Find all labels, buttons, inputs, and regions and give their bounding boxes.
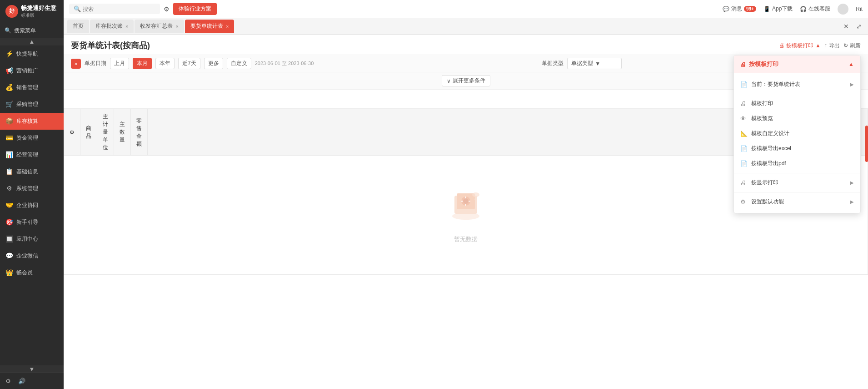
settings-footer-btn[interactable]: ⚙ [5,378,11,384]
sidebar-item-quick-nav[interactable]: ⚡ 快捷导航 [0,45,64,62]
dropdown-section-default: ⚙ 设置默认功能 ▶ [734,192,860,211]
purchase-icon: 🛒 [5,101,13,108]
avatar[interactable] [838,4,848,15]
date-btn-more[interactable]: 更多 [204,58,223,69]
sidebar-item-collab[interactable]: 🤝 企业协同 [0,197,64,214]
sidebar-item-sales[interactable]: 💰 销售管理 [0,79,64,96]
template-preview-icon: 👁 [740,115,748,122]
scrollbar-indicator[interactable] [865,126,868,162]
sidebar-item-operation[interactable]: 📊 经营管理 [0,147,64,163]
member-icon: 👑 [5,269,13,276]
scroll-up-btn[interactable]: ▲ [0,38,64,45]
sidebar-item-inventory[interactable]: 📦 库存核算 [0,113,64,130]
page-area: 要货单统计表(按商品) 🖨 按模板打印 ▲ ↑ 导出 ↻ 刷新 » [64,35,868,389]
dropdown-item-export-pdf[interactable]: 📄 按模板导出pdf [734,156,860,171]
topbar-search-area[interactable]: 🔍 [69,4,160,14]
col-settings[interactable]: ⚙ [64,109,80,156]
main-content: 🔍 ⚙ 体验行业方案 💬 消息 99+ 📱 App下载 🎧 在线客服 Rit [64,0,868,389]
refresh-btn[interactable]: ↻ 刷新 [843,42,861,50]
newbie-icon: 🎯 [5,218,13,226]
appstore-icon: 🔲 [5,235,13,242]
col-product: 商品 [80,109,97,156]
trial-btn[interactable]: 体验行业方案 [173,3,217,15]
dropdown-close-arrow[interactable]: ▲ [848,61,854,67]
page-header: 要货单统计表(按商品) 🖨 按模板打印 ▲ ↑ 导出 ↻ 刷新 [64,35,868,55]
tab-close-receivable[interactable]: × [175,24,178,29]
sidebar-item-system[interactable]: ⚙ 系统管理 [0,180,64,197]
online-service-btn[interactable]: 🎧 在线客服 [800,5,830,13]
sidebar-item-marketing[interactable]: 📢 营销推广 [0,62,64,79]
tab-order-summary[interactable]: 要货单统计表 × [185,20,234,33]
date-btn-this-year[interactable]: 本年 [155,58,175,69]
tab-close-all-btn[interactable]: ✕ [841,21,852,32]
refresh-icon: ↻ [843,42,848,49]
scroll-down-btn[interactable]: ▼ [0,365,64,373]
tab-batch-account[interactable]: 库存批次账 × [90,20,134,33]
date-btn-7days[interactable]: 近7天 [178,58,200,69]
search-menu[interactable]: 🔍 搜索菜单 [0,23,64,38]
page-actions: 🖨 按模板打印 ▲ ↑ 导出 ↻ 刷新 [779,42,861,50]
type-select[interactable]: 单据类型 ▼ [567,58,622,69]
sidebar-item-newbie[interactable]: 🎯 新手引导 [0,214,64,231]
dropdown-section-items: 🖨 模板打印 👁 模板预览 📐 模板自定义设计 📄 按模板导出excel [734,94,860,173]
dropdown-item-template-custom[interactable]: 📐 模板自定义设计 [734,126,860,141]
collab-icon: 🤝 [5,202,13,209]
tab-home[interactable]: 首页 [67,20,89,33]
dropdown-item-export-excel[interactable]: 📄 按模板导出excel [734,141,860,156]
svg-point-4 [463,198,469,204]
set-default-icon: ⚙ [740,198,748,205]
username-display[interactable]: Rit [856,6,863,12]
empty-state-icon [443,187,489,230]
dropdown-item-template-preview[interactable]: 👁 模板预览 [734,111,860,126]
dropdown-section-display: 🖨 按显示打印 ▶ [734,173,860,192]
topbar-gear-icon[interactable]: ⚙ [164,5,170,13]
tab-close-batch[interactable]: × [125,24,128,29]
template-custom-icon: 📐 [740,130,748,137]
sidebar-item-wechat[interactable]: 💬 企业微信 [0,248,64,264]
export-btn[interactable]: ↑ 导出 [824,42,840,50]
sidebar-item-finance[interactable]: 💳 资金管理 [0,130,64,147]
wechat-icon: 💬 [5,252,13,259]
expand-more-btn[interactable]: ∨ 展开更多条件 [442,75,490,86]
dropdown-item-template-print[interactable]: 🖨 模板打印 [734,96,860,111]
printer-icon: 🖨 [779,42,784,49]
template-print-btn[interactable]: 🖨 按模板打印 ▲ [779,42,821,50]
operation-icon: 📊 [5,151,13,158]
dropdown-current-item[interactable]: 📄 当前：要货单统计表 ▶ [734,77,860,92]
export-pdf-icon: 📄 [740,160,748,167]
sidebar-item-appstore[interactable]: 🔲 应用中心 [0,231,64,248]
current-item-icon: 📄 [740,81,748,88]
date-btn-this-month[interactable]: 本月 [133,58,152,69]
sidebar-logo: 好 畅捷通好生意 标准版 [0,0,64,23]
inventory-icon: 📦 [5,117,13,125]
logo-text: 畅捷通好生意 标准版 [21,5,56,18]
system-icon: ⚙ [5,185,13,192]
dropdown-body: 📄 当前：要货单统计表 ▶ 🖨 模板打印 👁 模板预览 [734,73,860,213]
type-label: 单据类型 [542,60,564,67]
display-print-arrow: ▶ [850,180,854,185]
dropdown-display-print-item[interactable]: 🖨 按显示打印 ▶ [734,175,860,190]
sound-footer-btn[interactable]: 🔊 [18,378,25,384]
page-title: 要货单统计表(按商品) [71,40,150,51]
tab-maximize-btn[interactable]: ⤢ [853,21,864,32]
topbar-search-input[interactable] [83,6,146,12]
sidebar-footer: ⚙ 🔊 [0,373,64,389]
download-icon: 📱 [763,6,770,12]
app-download-btn[interactable]: 📱 App下载 [763,5,793,13]
date-btn-last-month[interactable]: 上月 [110,58,129,69]
dropdown-header: 🖨 按模板打印 ▲ [734,56,860,73]
tab-receivable[interactable]: 收发存汇总表 × [135,20,184,33]
filter-expand-btn[interactable]: » [71,59,81,69]
message-badge: 99+ [744,6,756,12]
date-range-display: 2023-06-01 至 2023-06-30 [255,60,314,67]
sidebar-item-base[interactable]: 📋 基础信息 [0,163,64,180]
col-quantity: 主数量 [114,109,131,156]
sidebar-item-member[interactable]: 👑 畅会员 [0,264,64,281]
date-btn-custom[interactable]: 自定义 [227,58,251,69]
dropdown-set-default-item[interactable]: ⚙ 设置默认功能 ▶ [734,194,860,209]
sidebar-item-purchase[interactable]: 🛒 采购管理 [0,96,64,113]
tab-close-order[interactable]: × [226,24,229,29]
quick-nav-icon: ⚡ [5,50,13,57]
message-btn[interactable]: 💬 消息 99+ [723,5,756,13]
empty-state-text: 暂无数据 [454,235,478,243]
